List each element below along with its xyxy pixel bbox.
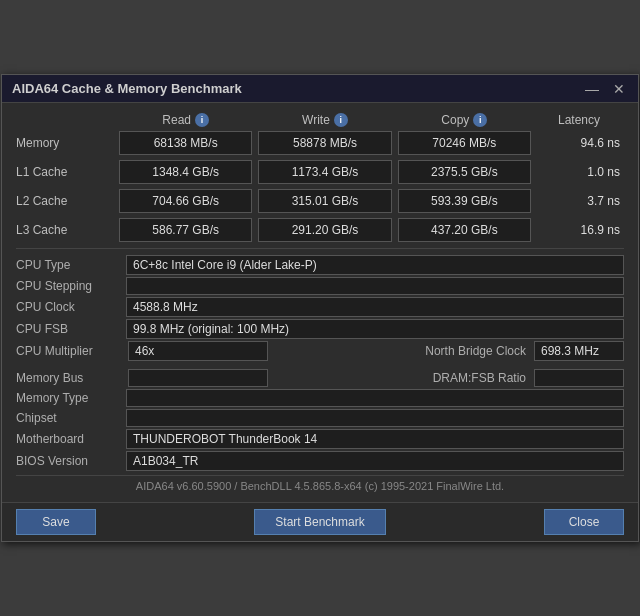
title-bar-controls: — ✕ xyxy=(582,82,628,96)
chipset-row: Chipset xyxy=(16,409,624,427)
l1-read: 1348.4 GB/s xyxy=(119,160,252,184)
main-content: Read i Write i Copy i Latency Memory 681… xyxy=(2,103,638,502)
l2-read: 704.66 GB/s xyxy=(119,189,252,213)
cpu-multiplier-row: CPU Multiplier 46x North Bridge Clock 69… xyxy=(16,341,624,361)
read-info-icon[interactable]: i xyxy=(195,113,209,127)
l1-latency: 1.0 ns xyxy=(534,165,624,179)
memory-type-value xyxy=(126,389,624,407)
bench-header: Read i Write i Copy i Latency xyxy=(16,113,624,127)
l3-write: 291.20 GB/s xyxy=(258,218,391,242)
l2-copy: 593.39 GB/s xyxy=(398,189,531,213)
write-info-icon[interactable]: i xyxy=(334,113,348,127)
cpu-fsb-value: 99.8 MHz (original: 100 MHz) xyxy=(126,319,624,339)
close-button-bottom[interactable]: Close xyxy=(544,509,624,535)
row-label-memory: Memory xyxy=(16,136,116,150)
dram-fsb-ratio-value xyxy=(534,369,624,387)
header-read: Read i xyxy=(116,113,255,127)
row-label-l2: L2 Cache xyxy=(16,194,116,208)
cpu-multiplier-label: CPU Multiplier xyxy=(16,342,126,360)
table-row: L3 Cache 586.77 GB/s 291.20 GB/s 437.20 … xyxy=(16,218,624,242)
cpu-clock-label: CPU Clock xyxy=(16,298,126,316)
memory-bus-row: Memory Bus DRAM:FSB Ratio xyxy=(16,369,624,387)
bottom-bar: Save Start Benchmark Close xyxy=(2,502,638,541)
dram-fsb-ratio-label: DRAM:FSB Ratio xyxy=(402,369,532,387)
l3-read: 586.77 GB/s xyxy=(119,218,252,242)
header-write: Write i xyxy=(255,113,394,127)
save-button[interactable]: Save xyxy=(16,509,96,535)
header-write-label: Write xyxy=(302,113,330,127)
table-row: L1 Cache 1348.4 GB/s 1173.4 GB/s 2375.5 … xyxy=(16,160,624,184)
cpu-fsb-label: CPU FSB xyxy=(16,320,126,338)
row-label-l3: L3 Cache xyxy=(16,223,116,237)
l2-write: 315.01 GB/s xyxy=(258,189,391,213)
memory-bus-value xyxy=(128,369,268,387)
l1-copy: 2375.5 GB/s xyxy=(398,160,531,184)
memory-type-row: Memory Type xyxy=(16,389,624,407)
memory-bus-label: Memory Bus xyxy=(16,369,126,387)
north-bridge-clock-value: 698.3 MHz xyxy=(534,341,624,361)
row-label-l1: L1 Cache xyxy=(16,165,116,179)
bios-version-label: BIOS Version xyxy=(16,452,126,470)
cpu-stepping-label: CPU Stepping xyxy=(16,277,126,295)
chipset-label: Chipset xyxy=(16,409,126,427)
start-benchmark-button[interactable]: Start Benchmark xyxy=(254,509,385,535)
motherboard-label: Motherboard xyxy=(16,430,126,448)
memory-latency: 94.6 ns xyxy=(534,136,624,150)
memory-type-label: Memory Type xyxy=(16,389,126,407)
window-title: AIDA64 Cache & Memory Benchmark xyxy=(12,81,242,96)
bios-version-row: BIOS Version A1B034_TR xyxy=(16,451,624,471)
bench-rows: Memory 68138 MB/s 58878 MB/s 70246 MB/s … xyxy=(16,131,624,242)
l1-write: 1173.4 GB/s xyxy=(258,160,391,184)
copy-info-icon[interactable]: i xyxy=(473,113,487,127)
chipset-value xyxy=(126,409,624,427)
main-window: AIDA64 Cache & Memory Benchmark — ✕ Read… xyxy=(1,74,639,542)
l3-latency: 16.9 ns xyxy=(534,223,624,237)
motherboard-row: Motherboard THUNDEROBOT ThunderBook 14 xyxy=(16,429,624,449)
header-latency: Latency xyxy=(534,113,624,127)
header-copy: Copy i xyxy=(395,113,534,127)
north-bridge-clock-label: North Bridge Clock xyxy=(402,342,532,360)
l3-copy: 437.20 GB/s xyxy=(398,218,531,242)
table-row: Memory 68138 MB/s 58878 MB/s 70246 MB/s … xyxy=(16,131,624,155)
motherboard-value: THUNDEROBOT ThunderBook 14 xyxy=(126,429,624,449)
minimize-button[interactable]: — xyxy=(582,82,602,96)
header-latency-label: Latency xyxy=(558,113,600,127)
system-info: CPU Type 6C+8c Intel Core i9 (Alder Lake… xyxy=(16,255,624,471)
memory-read: 68138 MB/s xyxy=(119,131,252,155)
l2-latency: 3.7 ns xyxy=(534,194,624,208)
bios-version-value: A1B034_TR xyxy=(126,451,624,471)
cpu-stepping-value xyxy=(126,277,624,295)
footer-text: AIDA64 v6.60.5900 / BenchDLL 4.5.865.8-x… xyxy=(16,475,624,496)
header-copy-label: Copy xyxy=(441,113,469,127)
table-row: L2 Cache 704.66 GB/s 315.01 GB/s 593.39 … xyxy=(16,189,624,213)
cpu-stepping-row: CPU Stepping xyxy=(16,277,624,295)
cpu-type-label: CPU Type xyxy=(16,256,126,274)
cpu-clock-value: 4588.8 MHz xyxy=(126,297,624,317)
memory-copy: 70246 MB/s xyxy=(398,131,531,155)
cpu-type-value: 6C+8c Intel Core i9 (Alder Lake-P) xyxy=(126,255,624,275)
title-bar: AIDA64 Cache & Memory Benchmark — ✕ xyxy=(2,75,638,103)
close-button[interactable]: ✕ xyxy=(610,82,628,96)
cpu-fsb-row: CPU FSB 99.8 MHz (original: 100 MHz) xyxy=(16,319,624,339)
divider-1 xyxy=(16,248,624,249)
header-empty xyxy=(16,113,116,127)
cpu-multiplier-value: 46x xyxy=(128,341,268,361)
memory-write: 58878 MB/s xyxy=(258,131,391,155)
header-read-label: Read xyxy=(162,113,191,127)
cpu-clock-row: CPU Clock 4588.8 MHz xyxy=(16,297,624,317)
cpu-type-row: CPU Type 6C+8c Intel Core i9 (Alder Lake… xyxy=(16,255,624,275)
